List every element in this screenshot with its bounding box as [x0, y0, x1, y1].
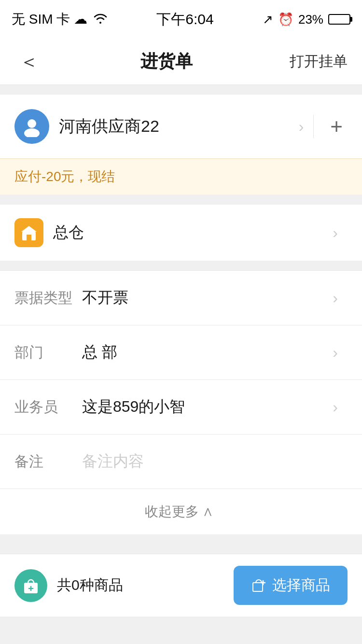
location-icon: ↗ [263, 12, 273, 27]
back-button[interactable]: ＜ [14, 43, 43, 80]
add-supplier-button[interactable]: + [325, 114, 348, 139]
bottom-product-bar: 共0种商品 选择商品 [0, 554, 362, 616]
supplier-row[interactable]: 河南供应商22 › + [0, 95, 362, 158]
warehouse-card: 总仓 › [0, 204, 362, 261]
svg-point-1 [24, 128, 40, 137]
collapse-button[interactable]: 收起更多 ∧ [0, 489, 362, 534]
supplier-card: 河南供应商22 › + 应付-20元，现结 [0, 95, 362, 195]
warehouse-chevron-icon: › [333, 224, 338, 242]
alarm-icon: ⏰ [278, 12, 293, 27]
warehouse-name: 总仓 [53, 222, 333, 243]
salesman-row[interactable]: 业务员 这是859的小智 › [0, 379, 362, 434]
salesman-chevron-icon: › [333, 398, 338, 416]
invoice-row[interactable]: 票据类型 不开票 › [0, 270, 362, 325]
remark-row[interactable]: 备注 备注内容 [0, 434, 362, 489]
battery-icon [328, 14, 350, 25]
salesman-label: 业务员 [14, 397, 82, 417]
form-card: 票据类型 不开票 › 部门 总 部 › 业务员 这是859的小智 › 备注 备注… [0, 270, 362, 534]
alert-row: 应付-20元，现结 [0, 158, 362, 195]
department-value: 总 部 [82, 342, 333, 363]
open-hang-button[interactable]: 打开挂单 [290, 52, 348, 71]
supplier-name: 河南供应商22 [59, 115, 299, 138]
select-goods-label: 选择商品 [272, 575, 330, 595]
invoice-label: 票据类型 [14, 288, 82, 308]
gap-1 [0, 85, 362, 95]
remark-input[interactable]: 备注内容 [82, 451, 348, 472]
status-bar: 无 SIM 卡 ☁ 下午6:04 ↗ ⏰ 23% [0, 0, 362, 39]
gap-3 [0, 261, 362, 270]
svg-marker-3 [21, 226, 37, 232]
status-left: 无 SIM 卡 ☁ [12, 10, 108, 28]
collapse-label: 收起更多 ∧ [145, 503, 214, 521]
remark-label: 备注 [14, 452, 82, 472]
salesman-value: 这是859的小智 [82, 396, 333, 418]
page-title: 进货单 [140, 50, 193, 73]
status-time: 下午6:04 [156, 10, 213, 29]
divider [313, 115, 314, 138]
gap-4 [0, 534, 362, 544]
status-right: ↗ ⏰ 23% [263, 12, 350, 27]
department-row[interactable]: 部门 总 部 › [0, 325, 362, 379]
nav-bar: ＜ 进货单 打开挂单 [0, 39, 362, 85]
svg-rect-8 [253, 583, 263, 591]
warehouse-icon [14, 218, 43, 247]
svg-point-0 [28, 119, 36, 128]
product-icon-wrap [14, 569, 47, 602]
department-chevron-icon: › [333, 344, 338, 362]
product-count: 共0种商品 [57, 575, 234, 595]
supplier-avatar [14, 109, 49, 144]
gap-2 [0, 195, 362, 204]
warehouse-row[interactable]: 总仓 › [0, 204, 362, 261]
department-label: 部门 [14, 343, 82, 363]
battery-percent: 23% [298, 12, 323, 27]
wifi-icon [93, 12, 108, 27]
no-sim-label: 无 SIM 卡 ☁ [12, 10, 87, 28]
invoice-chevron-icon: › [333, 289, 338, 307]
select-goods-button[interactable]: 选择商品 [234, 566, 348, 605]
chevron-right-icon: › [299, 118, 304, 136]
svg-rect-4 [27, 235, 31, 240]
invoice-value: 不开票 [82, 287, 333, 308]
